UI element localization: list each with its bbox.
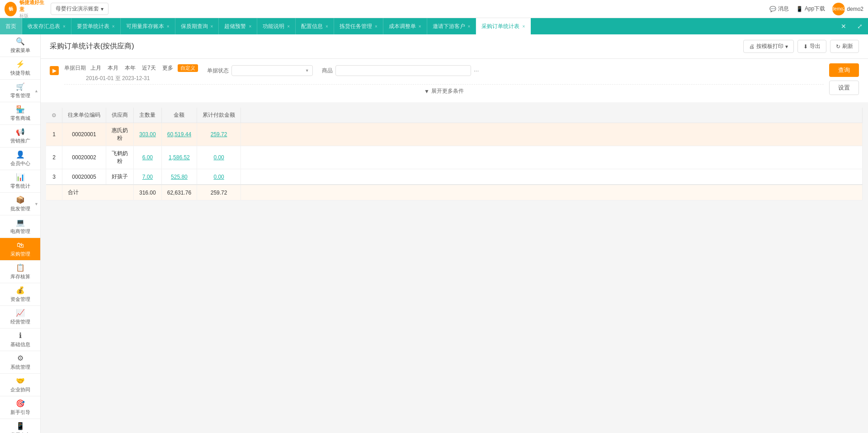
- row-amount[interactable]: 60,519.44: [161, 123, 197, 146]
- date-custom-tag[interactable]: 自定义: [178, 64, 198, 72]
- row-amount[interactable]: 1,586.52: [161, 146, 197, 169]
- sidebar-item-shortcut[interactable]: ⚡ 快捷导航: [0, 57, 40, 80]
- tab-expiry-query[interactable]: 保质期查询 ×: [175, 18, 219, 34]
- tab-label: 采购订单统计表: [481, 23, 519, 30]
- goods-more-icon[interactable]: ···: [474, 67, 479, 74]
- tab-label: 功能说明: [263, 23, 284, 30]
- close-icon[interactable]: ×: [112, 24, 115, 29]
- workspace-selector[interactable]: 母婴行业演示账套 ▾: [51, 3, 108, 15]
- sidebar-item-wholesale-mgmt[interactable]: 📦 批发管理 ▼: [0, 193, 40, 215]
- tab-overstock-warning[interactable]: 超储预警 ×: [219, 18, 257, 34]
- sidebar-item-sys-mgmt[interactable]: ⚙ 系统管理: [0, 351, 40, 374]
- close-icon[interactable]: ×: [287, 24, 290, 29]
- chevron-down-icon: ▼: [424, 88, 429, 95]
- message-label: 消息: [778, 5, 789, 13]
- tab-label: 可用量库存账本: [126, 23, 164, 30]
- wholesale-icon: 📦: [16, 195, 25, 204]
- query-btn[interactable]: 查询: [829, 63, 859, 77]
- table-row: 2 00020002 飞鹤奶粉 6.00 1,586.52 0.00: [46, 146, 863, 169]
- close-icon[interactable]: ×: [375, 24, 377, 29]
- sidebar-item-fund-mgmt[interactable]: 💰 资金管理: [0, 283, 40, 306]
- tab-label: 收发存汇总表: [28, 23, 60, 30]
- date-7days[interactable]: 近7天: [140, 63, 158, 73]
- print-btn[interactable]: 🖨 按模板打印 ▾: [743, 40, 794, 53]
- sidebar-stock-label: 库存核算: [10, 273, 30, 280]
- row-supplier: 飞鹤奶粉: [106, 146, 134, 169]
- page-title: 采购订单统计表(按供应商): [50, 42, 134, 51]
- settings-btn[interactable]: 设置: [829, 81, 859, 95]
- tab-available-stock[interactable]: 可用量库存账本 ×: [121, 18, 175, 34]
- close-icon[interactable]: ×: [468, 24, 471, 29]
- tab-invite-downstream[interactable]: 邀请下游客户 ×: [427, 18, 476, 34]
- row-qty[interactable]: 6.00: [134, 146, 162, 169]
- row-qty[interactable]: 7.00: [134, 169, 162, 185]
- top-bar: 畅 畅捷通好生意 标版 母婴行业演示账套 ▾ 💬 消息 📱 App下载 demo…: [0, 0, 868, 18]
- sidebar-item-enterprise-coop[interactable]: 🤝 企业协同: [0, 374, 40, 396]
- close-icon[interactable]: ×: [419, 24, 421, 29]
- tab-pick-task[interactable]: 拣货任务管理 ×: [334, 18, 383, 34]
- sidebar-item-retail-shop[interactable]: 🏪 零售商城: [0, 102, 40, 125]
- sidebar-item-search[interactable]: 🔍 搜索菜单: [0, 34, 40, 57]
- user-area[interactable]: demo2 demo2: [832, 3, 863, 15]
- table-body: 1 00020001 惠氏奶粉 303.00 60,519.44 259.72 …: [46, 123, 863, 185]
- tab-purchase-order-summary[interactable]: 采购订单统计表 ×: [476, 18, 531, 34]
- message-btn[interactable]: 💬 消息: [769, 5, 789, 13]
- sidebar-item-member-center[interactable]: 👤 会员中心: [0, 148, 40, 170]
- sidebar-item-marketing[interactable]: 📢 营销推广: [0, 125, 40, 148]
- close-icon[interactable]: ×: [522, 24, 525, 29]
- sidebar-item-retail-stats[interactable]: 📊 零售统计: [0, 170, 40, 193]
- date-this-year[interactable]: 本年: [123, 63, 137, 73]
- tab-home[interactable]: 首页: [0, 18, 22, 34]
- sidebar-item-stock-check[interactable]: 📋 库存核算: [0, 261, 40, 283]
- col-settings[interactable]: ⚙: [46, 108, 62, 123]
- export-btn[interactable]: ⬇ 导出: [797, 40, 826, 53]
- sidebar-item-retail-mgmt[interactable]: 🛒 零售管理 ▲: [0, 80, 40, 102]
- footer-paid: 259.72: [197, 185, 241, 200]
- date-this-month[interactable]: 本月: [106, 63, 120, 73]
- sidebar-item-ops-mgmt[interactable]: 📈 经营管理: [0, 306, 40, 328]
- sidebar-item-app-center[interactable]: 📱 应用中心: [0, 419, 40, 433]
- collapse-filter-btn[interactable]: ▶: [50, 66, 59, 75]
- row-index: 3: [46, 169, 62, 185]
- table-row: 1 00020001 惠氏奶粉 303.00 60,519.44 259.72: [46, 123, 863, 146]
- print-label: 按模板打印: [756, 43, 783, 50]
- row-paid[interactable]: 0.00: [197, 169, 241, 185]
- close-all-btn[interactable]: ✕: [835, 18, 852, 34]
- tab-order-summary[interactable]: 要货单统计表 ×: [71, 18, 121, 34]
- status-select[interactable]: [231, 65, 313, 76]
- sidebar-item-ecommerce[interactable]: 💻 电商管理: [0, 215, 40, 238]
- close-icon[interactable]: ×: [326, 24, 328, 29]
- sidebar-item-new-guide[interactable]: 🎯 新手引导: [0, 396, 40, 419]
- goods-input[interactable]: [335, 65, 471, 76]
- app-download-btn[interactable]: 📱 App下载: [796, 5, 825, 13]
- date-more[interactable]: 更多: [160, 63, 175, 73]
- row-paid[interactable]: 0.00: [197, 146, 241, 169]
- expand-label: 展开更多条件: [431, 87, 464, 95]
- sidebar-item-basic-info[interactable]: ℹ 基础信息: [0, 328, 40, 351]
- row-qty[interactable]: 303.00: [134, 123, 162, 146]
- close-icon[interactable]: ×: [211, 24, 213, 29]
- close-icon[interactable]: ×: [63, 24, 66, 29]
- footer-extra: [241, 185, 863, 200]
- basic-info-icon: ℹ: [19, 331, 22, 340]
- tab-function-desc[interactable]: 功能说明 ×: [257, 18, 296, 34]
- close-icon[interactable]: ×: [167, 24, 170, 29]
- row-amount[interactable]: 525.80: [161, 169, 197, 185]
- date-last-month[interactable]: 上月: [89, 63, 103, 73]
- expand-conditions-btn[interactable]: ▼ 展开更多条件: [424, 87, 464, 95]
- row-extra: [241, 146, 863, 169]
- print-chevron-icon: ▾: [785, 43, 788, 50]
- row-paid[interactable]: 259.72: [197, 123, 241, 146]
- maximize-btn[interactable]: ⤢: [852, 18, 868, 34]
- close-icon[interactable]: ×: [249, 24, 251, 29]
- row-supplier: 好孩子: [106, 169, 134, 185]
- tab-cost-adjust[interactable]: 成本调整单 ×: [383, 18, 427, 34]
- refresh-btn[interactable]: ↻ 刷新: [830, 40, 859, 53]
- tab-config-info[interactable]: 配置信息 ×: [296, 18, 334, 34]
- date-filter-group: 单据日期 上月 本月 本年 近7天 更多 自定义 2016-01-01 至 20…: [64, 63, 198, 82]
- sidebar-item-purchase-mgmt[interactable]: 🛍 采购管理: [0, 238, 40, 261]
- sidebar-purchase-label: 采购管理: [10, 251, 30, 257]
- tab-receive-summary[interactable]: 收发存汇总表 ×: [22, 18, 71, 34]
- col-paid: 累计付款金额: [197, 108, 241, 123]
- sidebar-ecommerce-label: 电商管理: [10, 228, 30, 234]
